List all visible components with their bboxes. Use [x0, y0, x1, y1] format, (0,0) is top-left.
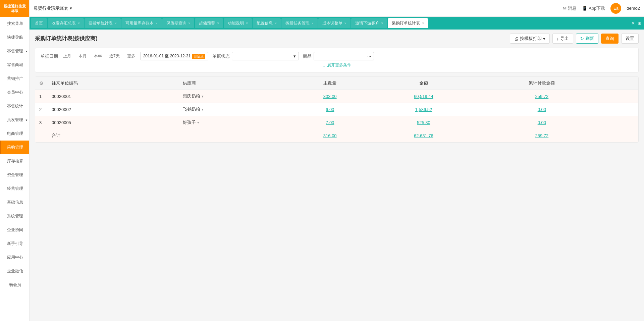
cell-paid[interactable]: 0.00 [476, 103, 607, 116]
th-code: 往来单位编码 [48, 77, 179, 90]
th-amount: 金额 [371, 77, 476, 90]
goods-input[interactable]: ··· [314, 52, 374, 60]
query-button[interactable]: 查询 [601, 34, 619, 44]
cell-qty[interactable]: 7.00 [289, 116, 371, 129]
nav-tab-11[interactable]: 采购订单统计表 × [388, 18, 428, 28]
main-content: 母婴行业演示账套 ▾ ✉ 消息 📱 App下载 Ea demo2 首页收发存汇总… [30, 0, 644, 321]
sidebar-item-系统管理[interactable]: 系统管理 [0, 209, 29, 223]
footer-empty-2 [179, 129, 289, 142]
nav-tab-8[interactable]: 拣货任务管理 × [281, 18, 318, 28]
cell-paid[interactable]: 0.00 [476, 116, 607, 129]
cell-qty[interactable]: 6.00 [289, 103, 371, 116]
nav-tab-10[interactable]: 邀请下游客户 × [351, 18, 387, 28]
sidebar-item-资金管理[interactable]: 资金管理 [0, 168, 29, 182]
sidebar-item-新手引导[interactable]: 新手引导 [0, 237, 29, 251]
sidebar-item-应用中心[interactable]: 应用中心 [0, 251, 29, 264]
filter-date-item: 单据日期 上月 本月 本年 近7天 更多 2016-01-01 至 2023-1… [41, 52, 208, 60]
sidebar-item-批发管理[interactable]: 批发管理 [0, 113, 29, 127]
app-download-button[interactable]: 📱 App下载 [582, 5, 605, 11]
cell-extra [607, 116, 638, 129]
tab-close-4[interactable]: × [189, 21, 191, 25]
date-range-value: 2016-01-01 至 2023-12-31 [143, 53, 191, 59]
sidebar-item-营销推广[interactable]: 营销推广 [0, 72, 29, 86]
nav-tab-7[interactable]: 配置信息 × [253, 18, 281, 28]
sidebar-item-企业协同[interactable]: 企业协同 [0, 223, 29, 237]
nav-tab-1[interactable]: 收发存汇总表 × [48, 18, 84, 28]
sidebar-item-畅会员[interactable]: 畅会员 [0, 278, 29, 292]
topbar: 母婴行业演示账套 ▾ ✉ 消息 📱 App下载 Ea demo2 [30, 0, 644, 17]
sidebar-item-零售商城[interactable]: 零售商城 [0, 58, 29, 72]
sidebar-item-零售统计[interactable]: 零售统计 [0, 99, 29, 113]
shortcut-7days[interactable]: 近7天 [106, 52, 123, 60]
status-select[interactable]: ▾ [232, 52, 299, 60]
sidebar-item-采购管理[interactable]: 采购管理 [0, 141, 29, 154]
tab-close-11[interactable]: × [422, 21, 424, 25]
nav-tab-2[interactable]: 要货单统计表 × [85, 18, 121, 28]
tab-close-5[interactable]: × [217, 21, 219, 25]
cell-supplier: 飞鹤奶粉 ▾ [179, 103, 289, 116]
nav-tab-0[interactable]: 首页 [31, 18, 47, 28]
nav-tab-3[interactable]: 可用量库存账本 × [121, 18, 162, 28]
nav-tab-4[interactable]: 保质期查询 × [162, 18, 195, 28]
cell-code: 00020001 [48, 90, 179, 103]
tab-close-10[interactable]: × [381, 21, 383, 25]
nav-tab-6[interactable]: 功能说明 × [224, 18, 252, 28]
export-icon: ↓ [557, 36, 559, 41]
cell-amount[interactable]: 1,586.52 [371, 103, 476, 116]
footer-qty: 316.00 [289, 129, 371, 142]
sidebar-item-搜索菜单[interactable]: 搜索菜单 [0, 17, 29, 31]
refresh-button[interactable]: ↻ 刷新 [576, 34, 598, 44]
account-selector[interactable]: 母婴行业演示账套 ▾ [34, 5, 72, 11]
footer-amount: 62,631.76 [371, 129, 476, 142]
data-table-wrap: ⚙ 往来单位编码 供应商 主数量 金额 累计付款金额 1 00020001 惠氏… [35, 76, 639, 143]
sidebar-item-快捷导航[interactable]: 快捷导航 [0, 31, 29, 44]
expand-more-btn[interactable]: ⌄ 展开更多条件 [41, 60, 633, 68]
date-label: 单据日期 [41, 53, 58, 59]
th-extra [607, 77, 638, 90]
settings-button[interactable]: 设置 [621, 34, 639, 44]
cell-supplier: 惠氏奶粉 ▾ [179, 90, 289, 103]
cell-num: 1 [35, 90, 48, 103]
status-label: 单据状态 [212, 53, 230, 59]
close-window-icon[interactable]: ✕ [631, 21, 635, 26]
download-icon: 📱 [582, 6, 587, 11]
goods-label: 商品 [303, 53, 312, 59]
topbar-left: 母婴行业演示账套 ▾ [34, 5, 72, 11]
tab-close-7[interactable]: × [275, 21, 277, 25]
cell-amount[interactable]: 525.80 [371, 116, 476, 129]
cell-paid[interactable]: 259.72 [476, 90, 607, 103]
messages-button[interactable]: ✉ 消息 [563, 5, 577, 11]
tab-close-2[interactable]: × [115, 21, 117, 25]
sidebar-item-电商管理[interactable]: 电商管理 [0, 127, 29, 141]
print-button[interactable]: 🖨 按模板打印 ▾ [510, 34, 550, 44]
cell-amount[interactable]: 60,519.44 [371, 90, 476, 103]
maximize-icon[interactable]: ⊞ [638, 21, 641, 26]
sidebar-item-库存核算[interactable]: 库存核算 [0, 154, 29, 168]
nav-tab-9[interactable]: 成本调整单 × [318, 18, 351, 28]
tab-close-6[interactable]: × [246, 21, 248, 25]
app-logo-text: 畅捷通好生意 标版 [4, 4, 26, 13]
column-settings-icon[interactable]: ⚙ [39, 81, 44, 86]
shortcut-more[interactable]: 更多 [124, 52, 138, 60]
refresh-icon: ↻ [580, 36, 584, 41]
tab-close-9[interactable]: × [344, 21, 346, 25]
sidebar-item-基础信息[interactable]: 基础信息 [0, 196, 29, 209]
shortcut-prev-month[interactable]: 上月 [60, 52, 74, 60]
sidebar-item-经营管理[interactable]: 经营管理 [0, 182, 29, 196]
sidebar-item-零售管理[interactable]: 零售管理 [0, 44, 29, 58]
sidebar-item-企业微信[interactable]: 企业微信 [0, 264, 29, 278]
shortcut-this-month[interactable]: 本月 [75, 52, 90, 60]
tab-close-3[interactable]: × [156, 21, 158, 25]
export-button[interactable]: ↓ 导出 [552, 34, 574, 44]
shortcut-this-year[interactable]: 本年 [91, 52, 105, 60]
printer-icon: 🖨 [514, 36, 519, 41]
user-avatar[interactable]: Ea [610, 3, 621, 14]
nav-tab-5[interactable]: 超储预警 × [195, 18, 223, 28]
filter-area: 单据日期 上月 本月 本年 近7天 更多 2016-01-01 至 2023-1… [35, 48, 639, 72]
tab-close-1[interactable]: × [78, 21, 80, 25]
topbar-right: ✉ 消息 📱 App下载 Ea demo2 [563, 3, 640, 14]
tab-close-8[interactable]: × [312, 21, 314, 25]
cell-qty[interactable]: 303.00 [289, 90, 371, 103]
sidebar-item-会员中心[interactable]: 会员中心 [0, 86, 29, 99]
date-range-picker[interactable]: 2016-01-01 至 2023-12-31 自定义 [140, 52, 208, 60]
